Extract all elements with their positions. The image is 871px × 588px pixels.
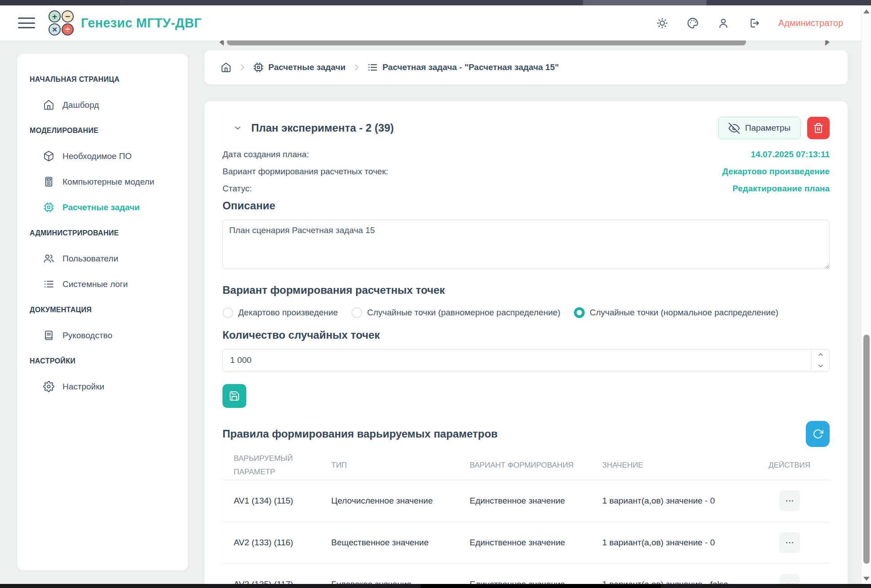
- cell-param: AV2 (133) (116): [234, 538, 331, 548]
- cell-value: 1 вариант(а,ов) значение - 0: [602, 538, 769, 548]
- delete-plan-button[interactable]: [807, 117, 830, 139]
- experiment-plan-card: План эксперимента - 2 (39) Параметры Дат…: [204, 101, 848, 584]
- package-icon: [43, 150, 54, 162]
- bottom-strip-segment: [421, 584, 661, 588]
- points-count-input[interactable]: [222, 349, 830, 371]
- row-actions-ellipsis-button[interactable]: [779, 574, 800, 584]
- meta-label: Дата создания плана:: [222, 150, 309, 159]
- scroll-up-arrow[interactable]: [863, 9, 870, 13]
- save-button[interactable]: [222, 384, 246, 408]
- trash-icon: [813, 123, 824, 133]
- description-textarea[interactable]: План сценария Расчетная задача 15: [222, 220, 830, 269]
- sidebar-item-calc-tasks[interactable]: Расчетные задачи: [17, 195, 188, 220]
- radio-normal-random[interactable]: Случайные точки (нормальное распределени…: [574, 307, 778, 318]
- vertical-scroll-thumb[interactable]: [863, 335, 870, 564]
- parameters-button[interactable]: Параметры: [718, 117, 801, 139]
- cell-variant: Единственное значение: [470, 496, 602, 506]
- sidebar-item-settings[interactable]: Настройки: [17, 374, 188, 399]
- list-icon: [43, 279, 54, 290]
- sidebar-item-dashboard[interactable]: Дашборд: [17, 92, 188, 118]
- meta-row-status: Статус: Редактирование плана: [222, 180, 830, 197]
- number-spinner: [811, 349, 829, 371]
- list-icon: [367, 62, 378, 73]
- points-count-heading: Количество случайных точек: [222, 328, 830, 342]
- sidebar: НАЧАЛЬНАЯ СТРАНИЦА Дашборд МОДЕЛИРОВАНИЕ…: [17, 54, 188, 570]
- user-role-label[interactable]: Администратор: [778, 18, 843, 28]
- hamburger-menu-icon[interactable]: [18, 16, 35, 30]
- table-row: AV1 (134) (115) Целочисленное значение Е…: [222, 480, 830, 522]
- meta-row-created: Дата создания плана: 14.07.2025 07:13:11: [222, 146, 830, 163]
- logo-minus-circle: −: [62, 10, 74, 22]
- breadcrumb-calc-tasks[interactable]: Расчетные задачи: [253, 62, 346, 73]
- home-icon: [43, 99, 54, 111]
- sidebar-item-label: Руководство: [62, 331, 112, 340]
- radio-label: Случайные точки (равномерное распределен…: [367, 308, 560, 318]
- chevron-right-icon: [238, 63, 247, 72]
- cell-type: Вещественное значение: [331, 538, 470, 548]
- radio-uniform-random[interactable]: Случайные точки (равномерное распределен…: [351, 307, 560, 318]
- collapse-chevron-down-icon[interactable]: [229, 119, 247, 137]
- rules-heading: Правила формирования варьируемых парамет…: [222, 427, 498, 441]
- sidebar-item-label: Системные логи: [62, 279, 128, 289]
- cell-variant: Единственное значение: [470, 538, 602, 548]
- eye-off-icon: [729, 123, 740, 134]
- sidebar-item-users[interactable]: Пользователи: [17, 246, 188, 271]
- palette-icon[interactable]: [687, 17, 699, 29]
- theme-sun-icon[interactable]: [656, 17, 668, 29]
- book-icon: [43, 330, 54, 341]
- refresh-button[interactable]: [806, 421, 830, 447]
- logout-icon[interactable]: [748, 17, 760, 29]
- content-area: Расчетные задачи Расчетная задача - "Рас…: [204, 38, 848, 584]
- spinner-up-icon[interactable]: [812, 349, 829, 360]
- logo-times-circle: ×: [49, 23, 61, 35]
- column-header: ВАРЬИРУЕМЫЙ ПАРАМЕТР: [234, 452, 331, 479]
- user-profile-icon[interactable]: [717, 17, 729, 29]
- gear-icon: [43, 381, 54, 392]
- sidebar-item-label: Необходимое ПО: [62, 151, 132, 161]
- sidebar-item-label: Компьютерные модели: [62, 177, 154, 187]
- column-header: ЗНАЧЕНИЕ: [602, 459, 769, 472]
- chevron-right-icon: [352, 63, 361, 72]
- rules-table: ВАРЬИРУЕМЫЙ ПАРАМЕТР ТИП ВАРИАНТ ФОРМИРО…: [222, 451, 830, 584]
- top-strip-segment: [0, 0, 120, 5]
- logo-divide-circle: ÷: [62, 23, 74, 35]
- parameters-button-label: Параметры: [745, 123, 791, 133]
- sidebar-item-software[interactable]: Необходимое ПО: [17, 143, 188, 169]
- sidebar-section-documentation: ДОКУМЕНТАЦИЯ: [17, 297, 188, 323]
- column-header: ВАРИАНТ ФОРМИРОВАНИЯ: [470, 459, 602, 472]
- app-title: Генезис МГТУ-ДВГ: [81, 16, 201, 31]
- spinner-down-icon[interactable]: [812, 360, 829, 371]
- window-top-strip: [0, 0, 871, 5]
- floppy-save-icon: [229, 390, 240, 402]
- sidebar-item-label: Пользователи: [62, 254, 118, 264]
- radio-checked-icon: [574, 307, 585, 318]
- scroll-down-arrow[interactable]: [863, 577, 870, 581]
- plan-title: План эксперимента - 2 (39): [251, 122, 394, 134]
- sidebar-item-system-logs[interactable]: Системные логи: [17, 271, 188, 297]
- cell-param: AV1 (134) (115): [234, 496, 331, 506]
- sidebar-item-computer-models[interactable]: Компьютерные модели: [17, 169, 188, 195]
- breadcrumb-current-task[interactable]: Расчетная задача - "Расчетная задача 15": [367, 62, 559, 73]
- column-header: ДЕЙСТВИЯ: [769, 459, 819, 472]
- window-bottom-strip: [0, 584, 871, 588]
- meta-value-created-date: 14.07.2025 07:13:11: [751, 150, 830, 159]
- breadcrumb-home[interactable]: [221, 62, 231, 73]
- row-actions-ellipsis-button[interactable]: [779, 491, 800, 511]
- description-heading: Описание: [222, 199, 830, 212]
- vertical-scrollbar: [861, 5, 871, 584]
- sidebar-item-manual[interactable]: Руководство: [17, 323, 188, 348]
- refresh-icon: [813, 429, 823, 439]
- radio-label: Декартово произведение: [238, 308, 338, 318]
- breadcrumb-label: Расчетные задачи: [268, 62, 346, 72]
- column-header: ТИП: [331, 459, 470, 472]
- home-icon: [221, 62, 231, 73]
- sidebar-item-label: Настройки: [62, 382, 104, 392]
- logo-plus-circle: +: [49, 10, 61, 22]
- variant-radio-group: Декартово произведение Случайные точки (…: [222, 306, 830, 319]
- radio-cartesian-product[interactable]: Декартово произведение: [222, 307, 338, 318]
- status-badge: Редактирование плана: [733, 184, 830, 194]
- cell-type: Целочисленное значение: [331, 496, 470, 506]
- row-actions-ellipsis-button[interactable]: [779, 532, 800, 553]
- sidebar-section-administration: АДМИНИСТРИРОВАНИЕ: [17, 220, 188, 246]
- radio-icon: [351, 307, 362, 318]
